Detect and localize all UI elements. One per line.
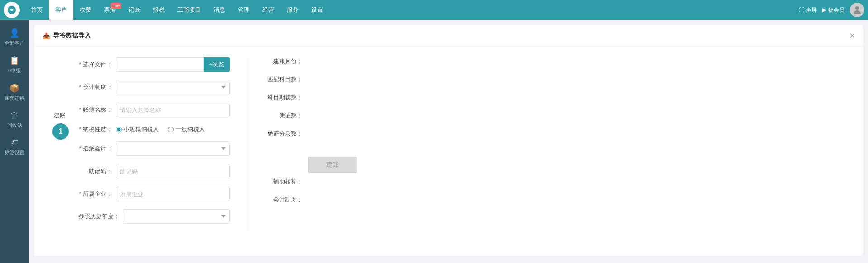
info-auxiliary-row: 辅助核算： xyxy=(257,178,844,186)
top-nav: 首页客户收费票据new记账报税工商项目消息管理经营服务设置 ⛶ 全屏 ▶ 畅会员 xyxy=(0,0,868,20)
info-voucher-entries-row: 凭证分录数： xyxy=(257,130,844,138)
sidebar-icon-1: 📋 xyxy=(9,56,19,66)
logo xyxy=(4,2,20,18)
nav-item-服务[interactable]: 服务 xyxy=(280,0,305,20)
dialog-title: 📥 导爷数据导入 xyxy=(43,32,91,40)
info-voucher-label: 凭证数： xyxy=(257,112,303,120)
nav-right: ⛶ 全屏 ▶ 畅会员 xyxy=(799,3,864,17)
nav-item-消息[interactable]: 消息 xyxy=(207,0,232,20)
sidebar-label-1: 0申报 xyxy=(8,67,21,74)
sidebar-icon-0: 👤 xyxy=(9,28,19,38)
step-label: 建账 xyxy=(54,112,66,120)
radio-general[interactable]: 一般纳税人 xyxy=(168,125,205,133)
assign-accountant-select[interactable] xyxy=(116,141,230,156)
member-button[interactable]: ▶ 畅会员 xyxy=(822,6,844,14)
company-input[interactable] xyxy=(116,187,230,201)
member-label: 畅会员 xyxy=(828,6,844,14)
sidebar-item-2[interactable]: 📦账套迁移 xyxy=(0,79,29,106)
info-month-label: 建账月份： xyxy=(257,57,303,66)
info-initial-row: 科目期初数： xyxy=(257,94,844,102)
sidebar-label-4: 标签设置 xyxy=(5,149,24,156)
browse-button[interactable]: +浏览 xyxy=(204,57,230,72)
accounting-system-label: * 会计制度： xyxy=(76,83,112,91)
memo-code-label: 助记码： xyxy=(76,167,112,175)
file-row: * 选择文件： +浏览 xyxy=(76,57,230,72)
sidebar-item-4[interactable]: 🏷标签设置 xyxy=(0,133,29,160)
sidebar-item-1[interactable]: 📋0申报 xyxy=(0,51,29,79)
sidebar-item-3[interactable]: 🗑回收站 xyxy=(0,106,29,133)
accounting-system-row: * 会计制度： xyxy=(76,80,230,94)
sidebar-item-0[interactable]: 👤全部客户 xyxy=(0,23,29,51)
info-match-row: 匹配科目数： xyxy=(257,75,844,84)
form-section: 建账 1 * 选择文件： +浏览 xyxy=(52,57,230,232)
nav-item-管理[interactable]: 管理 xyxy=(232,0,256,20)
nav-item-票据[interactable]: 票据new xyxy=(98,0,122,20)
info-accounting-system-label: 会计制度： xyxy=(257,196,303,204)
info-match-label: 匹配科目数： xyxy=(257,75,303,84)
memo-code-row: 助记码： xyxy=(76,164,230,178)
nav-items: 首页客户收费票据new记账报税工商项目消息管理经营服务设置 xyxy=(24,0,799,20)
radio-input-small[interactable] xyxy=(116,127,122,132)
build-account-button[interactable]: 建账 xyxy=(308,157,357,173)
info-voucher-entries-label: 凭证分录数： xyxy=(257,130,303,138)
form-fields: * 选择文件： +浏览 * 会计制度： xyxy=(76,57,230,232)
sidebar: 👤全部客户📋0申报📦账套迁移🗑回收站🏷标签设置 xyxy=(0,20,29,263)
radio-input-general[interactable] xyxy=(168,127,174,132)
tax-type-radio-group: 小规模纳税人一般纳税人 xyxy=(116,125,230,133)
ref-year-select[interactable] xyxy=(123,209,230,224)
svg-point-1 xyxy=(855,6,859,10)
play-icon: ▶ xyxy=(822,7,826,13)
info-month-row: 建账月份： xyxy=(257,57,844,66)
nav-item-客户[interactable]: 客户 xyxy=(49,0,73,20)
ref-year-label: 参照历史年度： xyxy=(76,212,119,221)
import-icon: 📥 xyxy=(43,32,50,39)
info-auxiliary-label: 辅助核算： xyxy=(257,178,303,186)
fullscreen-icon: ⛶ xyxy=(799,7,804,13)
close-button[interactable]: × xyxy=(849,32,854,40)
info-accounting-system-row: 会计制度： xyxy=(257,196,844,204)
nav-item-工商项目[interactable]: 工商项目 xyxy=(171,0,207,20)
assign-accountant-row: * 指派会计： xyxy=(76,141,230,156)
nav-item-收费[interactable]: 收费 xyxy=(73,0,98,20)
step-badge: 1 xyxy=(52,123,69,140)
sidebar-label-2: 账套迁移 xyxy=(5,95,24,102)
sidebar-label-0: 全部客户 xyxy=(5,40,24,47)
ledger-name-row: * 账簿名称： xyxy=(76,103,230,117)
dialog-title-text: 导爷数据导入 xyxy=(53,32,91,40)
info-voucher-row: 凭证数： xyxy=(257,112,844,120)
memo-code-input[interactable] xyxy=(116,164,230,178)
ref-year-row: 参照历史年度： xyxy=(76,209,230,224)
sidebar-icon-2: 📦 xyxy=(9,83,19,93)
ledger-name-label: * 账簿名称： xyxy=(76,106,112,114)
file-input[interactable] xyxy=(116,57,204,72)
tax-type-row: * 纳税性质： 小规模纳税人一般纳税人 xyxy=(76,125,230,133)
sidebar-label-3: 回收站 xyxy=(7,122,22,129)
tax-type-label: * 纳税性质： xyxy=(76,125,112,133)
accounting-system-select[interactable] xyxy=(116,80,230,94)
info-initial-label: 科目期初数： xyxy=(257,94,303,102)
ledger-name-input[interactable] xyxy=(116,103,230,117)
dialog-body: 建账 1 * 选择文件： +浏览 xyxy=(34,47,863,243)
dialog-header: 📥 导爷数据导入 × xyxy=(34,25,863,47)
user-avatar[interactable] xyxy=(850,3,864,17)
info-section: 建账月份： 匹配科目数： 科目期初数： 凭证数： xyxy=(248,57,844,232)
radio-small[interactable]: 小规模纳税人 xyxy=(116,125,159,133)
nav-item-报税[interactable]: 报税 xyxy=(147,0,171,20)
sidebar-icon-4: 🏷 xyxy=(10,138,19,147)
fullscreen-button[interactable]: ⛶ 全屏 xyxy=(799,6,817,14)
assign-accountant-label: * 指派会计： xyxy=(76,145,112,153)
file-input-group: +浏览 xyxy=(116,57,230,72)
company-row: * 所属企业： xyxy=(76,187,230,201)
company-label: * 所属企业： xyxy=(76,190,112,198)
nav-item-设置[interactable]: 设置 xyxy=(305,0,329,20)
nav-item-首页[interactable]: 首页 xyxy=(24,0,49,20)
nav-item-经营[interactable]: 经营 xyxy=(256,0,280,20)
nav-badge-票据: new xyxy=(111,3,121,9)
content-area: 📥 导爷数据导入 × 建账 1 * 选择文件： xyxy=(29,20,868,263)
dialog-card: 📥 导爷数据导入 × 建账 1 * 选择文件： xyxy=(34,25,863,256)
nav-item-记账[interactable]: 记账 xyxy=(122,0,147,20)
main-layout: 👤全部客户📋0申报📦账套迁移🗑回收站🏷标签设置 📥 导爷数据导入 × 建账 1 xyxy=(0,20,868,263)
fullscreen-label: 全屏 xyxy=(806,6,817,14)
file-label: * 选择文件： xyxy=(76,61,112,69)
sidebar-icon-3: 🗑 xyxy=(10,111,19,120)
